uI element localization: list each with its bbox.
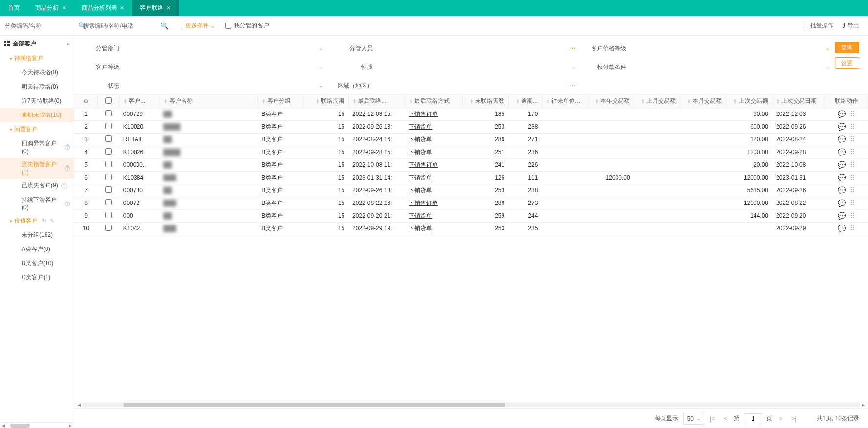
- pager-first-icon[interactable]: |<: [708, 415, 717, 422]
- filter-status-input[interactable]: ⌄: [125, 79, 323, 92]
- col-cycle[interactable]: ▲▼联络周期: [303, 95, 348, 108]
- filter-region-input[interactable]: ⋯: [379, 79, 576, 92]
- chat-icon[interactable]: 💬: [838, 123, 846, 131]
- filter-nature-input[interactable]: ⌄: [379, 60, 576, 74]
- close-icon[interactable]: ✕: [120, 5, 124, 11]
- chat-icon[interactable]: 💬: [838, 135, 846, 143]
- more-icon[interactable]: ⠿: [850, 186, 855, 194]
- row-checkbox[interactable]: [105, 161, 112, 167]
- export-button[interactable]: ⤴导出: [843, 22, 859, 30]
- tree-item[interactable]: 今天待联络(0): [0, 66, 74, 80]
- sidebar-scrollbar[interactable]: ◀ ▶: [0, 422, 74, 428]
- col-lasttime[interactable]: ▲▼最后联络...: [348, 95, 405, 108]
- scroll-left-icon[interactable]: ◀: [1, 423, 6, 428]
- chat-icon[interactable]: 💬: [838, 186, 846, 194]
- scroll-right-icon[interactable]: ▶: [861, 403, 866, 407]
- tree-item[interactable]: 流失预警客户(1)?: [0, 158, 74, 179]
- tree-item[interactable]: 未分组(162): [0, 228, 74, 242]
- tree-item[interactable]: 回购异常客户(0)?: [0, 136, 74, 158]
- more-icon[interactable]: ⠿: [850, 199, 855, 207]
- filter-dept-input[interactable]: ⌄: [125, 42, 323, 55]
- scroll-left-icon[interactable]: ◀: [76, 403, 82, 407]
- row-checkbox[interactable]: [105, 148, 112, 155]
- pager-next-icon[interactable]: >: [777, 415, 784, 422]
- help-icon[interactable]: ?: [65, 201, 70, 206]
- more-icon[interactable]: ⠿: [850, 225, 855, 232]
- table-row[interactable]: 3RETAIL██B类客户152022-08-24 16:下销货单2862711…: [74, 133, 868, 146]
- filter-price-input[interactable]: ⌄: [632, 42, 830, 55]
- cell-lastway[interactable]: 下销货单: [405, 120, 462, 133]
- chat-icon[interactable]: 💬: [838, 199, 846, 207]
- col-overdue[interactable]: ▲▼逾期...: [508, 95, 542, 108]
- tree-item[interactable]: 近7天待联络(0): [0, 94, 74, 108]
- table-h-scrollbar[interactable]: ◀ ▶: [74, 402, 868, 408]
- my-customers-checkbox[interactable]: 我分管的客户: [225, 22, 269, 30]
- tree-item[interactable]: A类客户(0): [0, 242, 74, 256]
- more-icon[interactable]: ⠿: [850, 212, 855, 220]
- row-checkbox[interactable]: [105, 225, 112, 231]
- scroll-thumb[interactable]: [124, 403, 505, 407]
- row-checkbox[interactable]: [105, 212, 112, 218]
- close-icon[interactable]: ✕: [62, 5, 66, 11]
- table-row[interactable]: 800072███B类客户152022-08-22 16:下销售订单288273…: [74, 197, 868, 209]
- more-icon[interactable]: ⠿: [850, 123, 855, 131]
- col-group[interactable]: ▲▼客户分组: [257, 95, 303, 108]
- settings-button[interactable]: 设置: [835, 57, 859, 69]
- page-input[interactable]: [745, 413, 761, 424]
- filter-staff-input[interactable]: ⋯: [379, 42, 576, 55]
- col-lastway[interactable]: ▲▼最后联络方式: [405, 95, 462, 108]
- col-unit[interactable]: ▲▼往来单位联...: [542, 95, 588, 108]
- tree-item[interactable]: B类客户(10): [0, 256, 74, 270]
- query-button[interactable]: 查询: [835, 42, 859, 53]
- more-icon[interactable]: ⠿: [850, 148, 855, 156]
- chat-icon[interactable]: 💬: [838, 174, 846, 181]
- col-year[interactable]: ▲▼本年交易额: [588, 95, 634, 108]
- scroll-thumb[interactable]: [10, 424, 30, 428]
- col-name[interactable]: ▲▼客户名称: [160, 95, 257, 108]
- pager-last-icon[interactable]: >|: [789, 415, 798, 422]
- select-all-checkbox[interactable]: [105, 97, 112, 104]
- filter-payterm-input[interactable]: ⌄: [632, 60, 830, 74]
- more-conditions-toggle[interactable]: 更多条件 ⌄: [179, 22, 215, 30]
- refresh-icon[interactable]: ↻: [42, 218, 46, 224]
- col-lastamt[interactable]: ▲▼上次交易额: [726, 95, 772, 108]
- col-thism[interactable]: ▲▼本月交易额: [680, 95, 726, 108]
- close-icon[interactable]: ✕: [166, 5, 171, 11]
- col-code[interactable]: ▲▼客户...: [119, 95, 160, 108]
- sidebar-all-customers[interactable]: 全部客户 «: [0, 36, 74, 51]
- edit-icon[interactable]: ✎: [50, 218, 54, 224]
- row-checkbox[interactable]: [105, 199, 112, 205]
- cell-lastway[interactable]: 下销售订单: [405, 158, 462, 171]
- col-nocontact[interactable]: ▲▼未联络天数: [462, 95, 508, 108]
- more-icon[interactable]: ⠿: [850, 135, 855, 143]
- table-row[interactable]: 10K1042.███B类客户152022-09-29 19:下销货单25023…: [74, 222, 868, 235]
- filter-level-input[interactable]: ⌄: [125, 60, 323, 74]
- batch-action-button[interactable]: 批量操作: [803, 22, 834, 30]
- chat-icon[interactable]: 💬: [838, 225, 846, 232]
- chat-icon[interactable]: 💬: [838, 148, 846, 156]
- cell-lastway[interactable]: 下销货单: [405, 146, 462, 158]
- collapse-icon[interactable]: «: [67, 40, 70, 47]
- more-icon[interactable]: ⠿: [850, 110, 855, 118]
- table-row[interactable]: 9000██B类客户152022-09-20 21:下销货单259244-144…: [74, 209, 868, 222]
- scroll-right-icon[interactable]: ▶: [68, 423, 73, 428]
- help-icon[interactable]: ?: [65, 165, 70, 171]
- pager-prev-icon[interactable]: <: [722, 415, 729, 422]
- help-icon[interactable]: ?: [65, 144, 70, 150]
- tab-1[interactable]: 商品分析✕: [27, 0, 74, 16]
- sidebar-search-input[interactable]: [5, 23, 78, 29]
- tree-group-0[interactable]: ▾待联络客户: [0, 51, 74, 66]
- my-customers-input[interactable]: [225, 23, 231, 29]
- tree-item[interactable]: 持续下滑客户(0)?: [0, 193, 74, 214]
- more-icon[interactable]: ⠿: [850, 174, 855, 181]
- perpage-select[interactable]: 50⌄: [683, 413, 703, 425]
- tab-0[interactable]: 首页: [0, 0, 27, 16]
- tree-item[interactable]: C类客户(1): [0, 270, 74, 285]
- table-row[interactable]: 4K10026████B类客户152022-09-28 15:下销货单25123…: [74, 146, 868, 158]
- tree-item[interactable]: 逾期未联络(10): [0, 108, 74, 122]
- cell-lastway[interactable]: 下销货单: [405, 133, 462, 146]
- row-checkbox[interactable]: [105, 174, 112, 180]
- help-icon[interactable]: ?: [61, 183, 67, 189]
- search-icon[interactable]: 🔍: [160, 22, 169, 30]
- tree-group-1[interactable]: ▾问题客户: [0, 122, 74, 136]
